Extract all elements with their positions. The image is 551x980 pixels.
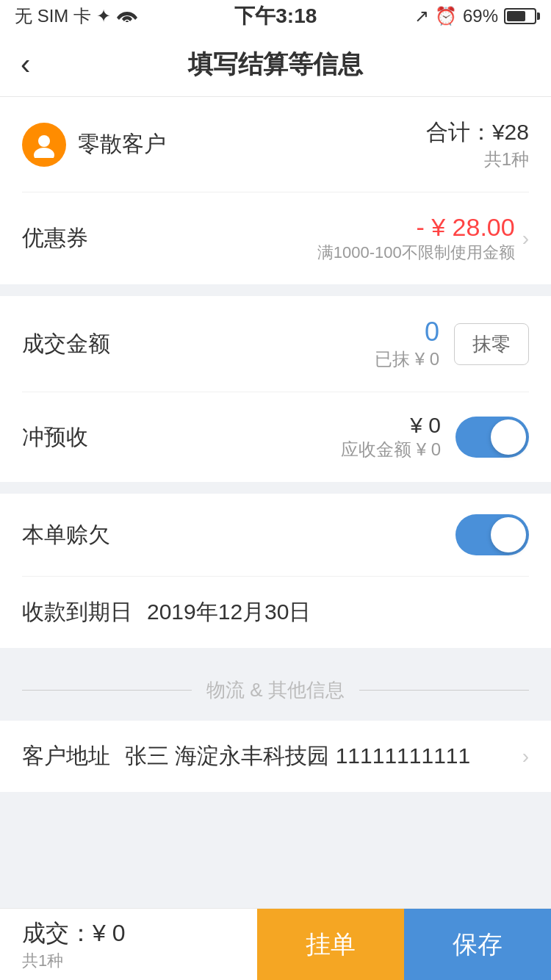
alarm-icon: ⏰: [435, 6, 457, 26]
svg-point-1: [38, 135, 50, 147]
transaction-amount-sub: 已抹 ¥ 0: [375, 347, 439, 371]
hang-button[interactable]: 挂单: [257, 909, 404, 981]
bottom-bar: 成交：¥ 0 共1种 挂单 保存: [0, 908, 551, 980]
toggle-knob: [491, 419, 526, 455]
customer-left: 零散客户: [22, 123, 166, 167]
address-section: 客户地址 张三 海淀永丰科技园 11111111111 ›: [0, 721, 551, 792]
logistics-divider: 物流 & 其他信息: [0, 660, 551, 721]
transaction-amount-label: 成交金额: [22, 329, 110, 359]
address-left: 客户地址 张三 海淀永丰科技园 11111111111: [22, 741, 470, 771]
svg-point-2: [34, 148, 54, 158]
coupon-row[interactable]: 优惠券 - ¥ 28.00 满1000-100不限制使用金额 ›: [0, 192, 551, 284]
customer-row: 零散客户 合计：¥28 共1种: [0, 97, 551, 192]
coupon-description: 满1000-100不限制使用金额: [317, 242, 515, 264]
debit-toggle[interactable]: [455, 514, 529, 555]
wifi-icon: [117, 6, 137, 26]
bottom-summary: 成交：¥ 0 共1种: [0, 918, 257, 972]
bottom-spacer: [0, 804, 551, 877]
debit-row: 本单赊欠: [0, 494, 551, 576]
nav-bar: ‹ 填写结算等信息: [0, 32, 551, 97]
address-value: 张三 海淀永丰科技园 11111111111: [125, 741, 470, 771]
prepayment-row: 冲预收 ¥ 0 应收金额 ¥ 0: [0, 392, 551, 482]
save-button-label: 保存: [453, 928, 503, 962]
divider-line-right: [359, 690, 529, 691]
page-title: 填写结算等信息: [188, 48, 363, 82]
svg-point-0: [126, 21, 129, 22]
sim-status: 无 SIM 卡 ✦: [15, 4, 111, 28]
save-button[interactable]: 保存: [404, 909, 551, 981]
coupon-value-block: - ¥ 28.00 满1000-100不限制使用金额: [317, 213, 515, 264]
transaction-amount-row: 成交金额 0 已抹 ¥ 0 抹零: [0, 296, 551, 392]
coupon-label: 优惠券: [22, 223, 88, 253]
debit-section: 本单赊欠 收款到期日 2019年12月30日: [0, 494, 551, 648]
coupon-right: - ¥ 28.00 满1000-100不限制使用金额 ›: [317, 213, 529, 264]
back-button[interactable]: ‹: [21, 48, 30, 81]
coupon-amount: - ¥ 28.00: [317, 213, 515, 242]
prepayment-value: ¥ 0: [341, 413, 441, 438]
due-date-row: 收款到期日 2019年12月30日: [0, 577, 551, 648]
customer-name: 零散客户: [78, 129, 166, 159]
status-bar: 无 SIM 卡 ✦ 下午3:18 ↗ ⏰ 69%: [0, 0, 551, 32]
avatar: [22, 123, 66, 167]
chevron-right-icon: ›: [522, 227, 529, 251]
logistics-label: 物流 & 其他信息: [206, 677, 345, 703]
address-row[interactable]: 客户地址 张三 海淀永丰科技园 11111111111 ›: [0, 721, 551, 792]
prepayment-sub: 应收金额 ¥ 0: [341, 438, 441, 461]
customer-right: 合计：¥28 共1种: [426, 118, 529, 171]
transaction-amount-value: 0: [375, 317, 439, 347]
hang-button-label: 挂单: [306, 928, 356, 962]
transaction-section: 成交金额 0 已抹 ¥ 0 抹零 冲预收 ¥ 0 应收金额 ¥ 0: [0, 296, 551, 482]
transaction-amount-right: 0 已抹 ¥ 0 抹零: [375, 317, 529, 371]
status-right: ↗ ⏰ 69%: [414, 6, 536, 26]
prepayment-right: ¥ 0 应收金额 ¥ 0: [341, 413, 529, 461]
address-chevron-icon: ›: [522, 745, 529, 768]
amount-value-block: 0 已抹 ¥ 0: [375, 317, 439, 371]
due-date-label: 收款到期日: [22, 597, 132, 627]
customer-count: 共1种: [426, 148, 529, 171]
prepayment-label: 冲预收: [22, 422, 88, 453]
battery-icon: [504, 8, 536, 24]
customer-section: 零散客户 合计：¥28 共1种 优惠券 - ¥ 28.00 满1000-100不…: [0, 97, 551, 284]
status-left: 无 SIM 卡 ✦: [15, 4, 137, 28]
battery-percent: 69%: [463, 6, 498, 26]
debit-label: 本单赊欠: [22, 520, 110, 550]
bottom-summary-label: 成交：: [22, 920, 93, 946]
bottom-summary-top: 成交：¥ 0: [22, 918, 235, 950]
status-time: 下午3:18: [234, 2, 317, 30]
location-icon: ↗: [414, 6, 429, 26]
round-off-button[interactable]: 抹零: [454, 323, 529, 365]
prepayment-value-block: ¥ 0 应收金额 ¥ 0: [341, 413, 441, 461]
divider-line-left: [22, 690, 192, 691]
due-date-value: 2019年12月30日: [147, 597, 311, 627]
bottom-summary-value: ¥ 0: [93, 920, 125, 946]
bottom-summary-count: 共1种: [22, 950, 235, 972]
prepayment-toggle[interactable]: [455, 417, 529, 458]
customer-total: 合计：¥28: [426, 118, 529, 148]
address-label: 客户地址: [22, 741, 110, 771]
debit-toggle-knob: [491, 517, 526, 552]
